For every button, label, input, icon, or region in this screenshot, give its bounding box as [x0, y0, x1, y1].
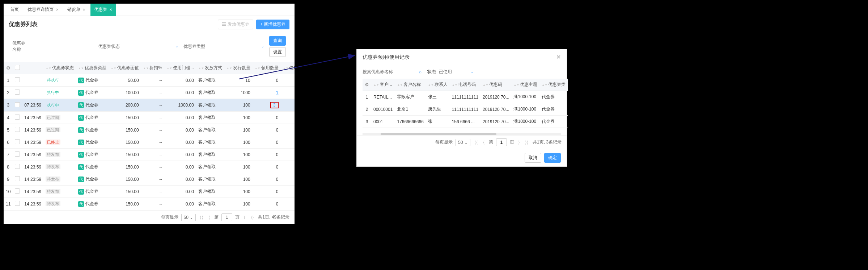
sort-icon[interactable]: ▲▼ [283, 67, 289, 70]
table-row[interactable]: 10 14 23:59 待发布 代代金券 150.00 -- 0.00 客户领取… [4, 186, 295, 198]
col-status[interactable]: 优惠券状态 [52, 65, 74, 70]
close-icon[interactable]: ✕ [82, 8, 85, 12]
next-page-icon[interactable]: ⟩ [242, 215, 246, 220]
row-checkbox[interactable] [15, 151, 20, 157]
sort-icon[interactable]: ▲▼ [542, 84, 547, 86]
dialog-search-box[interactable]: ⌕ [363, 69, 422, 75]
gear-icon[interactable] [365, 82, 369, 87]
table-row[interactable]: 1 待执行 代代金券 50.00 -- 0.00 客户领取 10 0 0 ↗ ⊞ [4, 74, 295, 87]
sort-icon[interactable]: ▲▼ [397, 84, 403, 86]
table-row[interactable]: 3 0001 17666666666 张 156 6666 ... 201912… [363, 116, 568, 128]
discount: -- [141, 198, 165, 210]
tab-优惠券[interactable]: 优惠券✕ [90, 4, 116, 16]
sort-icon[interactable]: ▲▼ [428, 84, 434, 86]
row-checkbox[interactable] [15, 127, 20, 132]
row-checkbox[interactable] [15, 139, 20, 144]
prev-page-icon[interactable]: ⟨ [207, 215, 211, 220]
col-coupon-code[interactable]: 优惠码 [489, 82, 502, 87]
table-row[interactable]: 1 RETAIL... 零散客户 张三 11111111111 2019120 … [363, 91, 568, 103]
col-discount[interactable]: 折扣% [149, 65, 162, 70]
row-checkbox[interactable] [15, 188, 20, 194]
col-claim-qty[interactable]: 领用数量 [261, 65, 279, 70]
table-row[interactable]: 8 14 23:59 待发布 代代金券 150.00 -- 0.00 客户领取 … [4, 161, 295, 173]
search-icon[interactable]: ⌕ [419, 69, 422, 74]
table-row[interactable]: 2 00010001 北京1 唐先生 11111111111 2019120 7… [363, 103, 568, 116]
voucher-icon: 代 [78, 189, 84, 195]
distribute-coupon-button[interactable]: ☰ 发放优惠券 [218, 20, 253, 29]
col-use-qty[interactable]: 使用数量 [289, 65, 295, 70]
horizontal-scrollbar[interactable] [363, 133, 561, 135]
sort-icon[interactable]: ▲▼ [452, 84, 458, 86]
close-icon[interactable]: ✕ [56, 8, 59, 12]
col-phone[interactable]: 电话号码 [458, 82, 476, 87]
first-page-icon[interactable]: ⟨⟨ [473, 140, 479, 145]
sort-icon[interactable]: ▲▼ [46, 67, 51, 70]
col-coupon-type[interactable]: 优惠券类 [548, 82, 566, 87]
col-contact[interactable]: 联系人 [435, 82, 448, 87]
table-row[interactable]: 11 14 23:59 待发布 代代金券 150.00 -- 0.00 客户领取… [4, 198, 295, 210]
filter-status-select[interactable]: ⌄ [122, 44, 179, 49]
contact: 张三 [426, 91, 450, 103]
table-row[interactable]: 2 执行中 代代金券 100.00 -- 0.00 客户领取 1000 1 0 … [4, 87, 295, 99]
claim-count-link[interactable]: 3 [273, 103, 276, 108]
sort-icon[interactable]: ▲▼ [513, 84, 519, 86]
add-coupon-button[interactable]: + 新增优惠券 [256, 20, 289, 29]
dialog-search-input[interactable] [363, 69, 417, 74]
row-checkbox[interactable] [15, 201, 20, 206]
col-cust-name[interactable]: 客户名称 [403, 82, 421, 87]
sort-icon[interactable]: ▲▼ [226, 67, 232, 70]
first-page-icon[interactable]: ⟨⟨ [199, 215, 204, 220]
sort-icon[interactable]: ▲▼ [143, 67, 149, 70]
row-index: 7 [4, 149, 13, 161]
col-issue-qty[interactable]: 发行数量 [233, 65, 250, 70]
sort-icon[interactable]: ▲▼ [255, 67, 261, 70]
last-page-icon[interactable]: ⟩⟩ [249, 215, 255, 220]
col-face-value[interactable]: 优惠券面值 [117, 65, 139, 70]
sort-icon[interactable]: ▲▼ [483, 84, 488, 86]
filter-name-input[interactable] [32, 43, 93, 50]
sort-icon[interactable]: ▲▼ [111, 67, 117, 70]
row-checkbox[interactable] [15, 176, 20, 181]
col-cust-code[interactable]: 客户... [380, 82, 392, 87]
tab-优惠券详情页[interactable]: 优惠券详情页✕ [24, 4, 62, 16]
per-page-select[interactable]: 50 ⌄ [181, 214, 196, 221]
select-all-checkbox[interactable] [15, 65, 20, 70]
col-type[interactable]: 优惠券类型 [85, 65, 106, 70]
dialog-page-input[interactable] [496, 138, 507, 146]
filter-type-select[interactable]: ⌄ [207, 44, 264, 49]
page-input[interactable] [221, 213, 232, 221]
row-checkbox[interactable] [15, 90, 20, 95]
col-threshold[interactable]: 使用门槛... [173, 65, 194, 70]
row-checkbox[interactable] [15, 77, 20, 82]
row-checkbox[interactable] [15, 102, 20, 107]
sort-icon[interactable]: ▲▼ [373, 84, 379, 86]
query-button[interactable]: 查询 [269, 36, 286, 46]
last-page-icon[interactable]: ⟩⟩ [524, 140, 530, 145]
close-icon[interactable]: ✕ [109, 8, 112, 12]
settings-button[interactable]: 设置 [269, 47, 286, 57]
row-checkbox[interactable] [15, 115, 20, 120]
close-icon[interactable]: ✕ [556, 54, 561, 61]
table-row[interactable]: 5 14 23:59 已过期 代代金券 150.00 -- 0.00 客户领取 … [4, 124, 295, 136]
ok-button[interactable]: 确定 [544, 153, 561, 163]
sort-icon[interactable]: ▲▼ [166, 67, 172, 70]
row-checkbox[interactable] [15, 164, 20, 169]
table-row[interactable]: 4 14 23:59 已过期 代代金券 150.00 -- 0.00 客户领取 … [4, 112, 295, 124]
tab-销货单[interactable]: 销货单✕ [64, 4, 89, 16]
tab-首页[interactable]: 首页 [7, 4, 22, 16]
claim-count-link[interactable]: 1 [276, 90, 279, 95]
col-coupon-title[interactable]: 优惠主题 [520, 82, 537, 87]
next-page-icon[interactable]: ⟩ [517, 140, 521, 145]
table-row[interactable]: 7 14 23:59 待发布 代代金券 150.00 -- 0.00 客户领取 … [4, 149, 295, 161]
gear-icon[interactable] [6, 66, 10, 71]
col-distribute-way[interactable]: 发放方式 [205, 65, 222, 70]
sort-icon[interactable]: ▲▼ [78, 67, 84, 70]
sort-icon[interactable]: ▲▼ [198, 67, 204, 70]
dialog-per-page-select[interactable]: 50 ⌄ [456, 139, 470, 146]
prev-page-icon[interactable]: ⟨ [482, 140, 486, 145]
cancel-button[interactable]: 取消 [525, 153, 541, 163]
table-row[interactable]: 6 14 23:59 已终止 代代金券 150.00 -- 0.00 客户领取 … [4, 136, 295, 149]
dialog-status-select[interactable]: 已使用 [439, 69, 468, 75]
table-row[interactable]: 3 07 23:59 执行中 代代金券 200.00 -- 1000.00 客户… [4, 99, 295, 112]
table-row[interactable]: 9 14 23:59 待发布 代代金券 150.00 -- 0.00 客户领取 … [4, 173, 295, 186]
